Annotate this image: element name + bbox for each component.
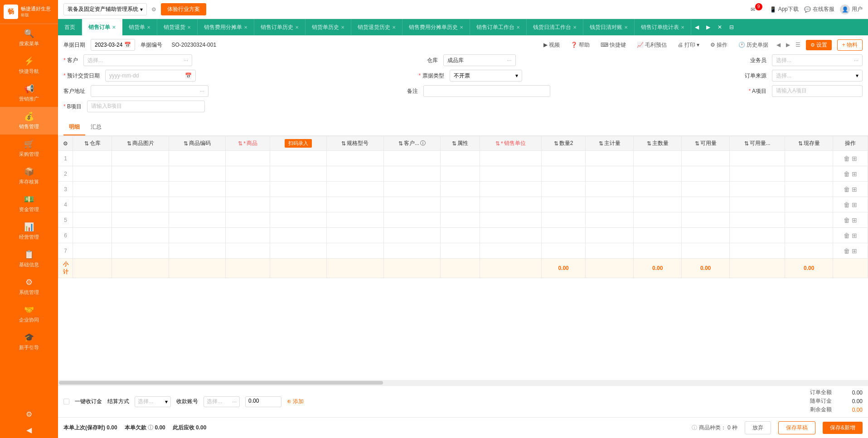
address-dots[interactable]: ··· [200, 88, 204, 94]
app-download-btn[interactable]: 📱 App下载 [770, 5, 799, 13]
tab-sales-stats[interactable]: 销售订单统计表 ✕ [635, 19, 691, 35]
delete-row-btn[interactable]: 🗑 [844, 186, 850, 193]
staff-input[interactable]: 选择... ··· [772, 54, 863, 66]
tab-close-all-btn[interactable]: ✕ [714, 19, 726, 35]
sidebar-item-finance[interactable]: 💵 资金管理 [0, 190, 58, 217]
delete-row-btn[interactable]: 🗑 [844, 201, 850, 208]
copy-row-btn[interactable]: ⊞ [852, 170, 857, 178]
profit-btn[interactable]: 📈 毛利预估 [634, 40, 669, 50]
sidebar-item-search[interactable]: 🔍 搜索菜单 [0, 24, 58, 52]
copy-row-btn[interactable]: ⊞ [852, 155, 857, 162]
sidebar-settings-btn[interactable]: ⚙ [0, 406, 58, 422]
sidebar-item-sales[interactable]: 💰 销售管理 [0, 107, 58, 135]
tab-sales-expense-close[interactable]: ✕ [244, 25, 247, 30]
delete-row-btn[interactable]: 🗑 [844, 217, 850, 224]
date-input[interactable]: 2023-03-24 📅 [91, 39, 135, 51]
tab-sales-stats-close[interactable]: ✕ [681, 25, 684, 30]
save-draft-btn[interactable]: 保存草稿 [778, 421, 815, 434]
save-new-btn[interactable]: 保存&新增 [823, 422, 863, 434]
scan-btn[interactable]: 扫码录入 [285, 139, 312, 148]
sidebar-item-inventory[interactable]: 📦 库存核算 [0, 162, 58, 190]
sidebar-item-base[interactable]: 📋 基础信息 [0, 245, 58, 273]
tab-sales-slip[interactable]: 销货单 ✕ [122, 19, 157, 35]
delete-row-btn[interactable]: 🗑 [844, 247, 850, 255]
tab-expand-btn[interactable]: ⊟ [726, 19, 737, 35]
history-btn[interactable]: 🕐 历史单据 [736, 40, 771, 50]
message-btn[interactable]: ✉ 9 [751, 6, 764, 13]
copy-row-btn[interactable]: ⊞ [852, 217, 857, 224]
staff-dots[interactable]: ··· [854, 57, 858, 63]
operation-btn[interactable]: ⚙ 操作 [708, 40, 730, 50]
sidebar-collapse-btn[interactable]: ◀ [0, 422, 58, 438]
table-scrollbar[interactable] [58, 380, 868, 385]
tab-home[interactable]: 首页 [58, 19, 82, 35]
th-gear[interactable]: ⚙ [58, 136, 73, 151]
user-btn[interactable]: 👤 用户 [840, 5, 863, 14]
tab-next-btn[interactable]: ▶ [703, 19, 714, 35]
list-view-icon[interactable]: ☰ [795, 42, 800, 48]
tab-cash-workbench[interactable]: 钱货日清工作台 ✕ [527, 19, 583, 35]
b-project-input[interactable]: 请输入B项目 [87, 101, 205, 112]
customer-dots[interactable]: ··· [184, 57, 188, 63]
tab-cash-reconcile-close[interactable]: ✕ [624, 25, 628, 30]
tab-sales-order-history[interactable]: 销售订单历史 ✕ [254, 19, 305, 35]
copy-row-btn[interactable]: ⊞ [852, 201, 857, 208]
sidebar-item-guide[interactable]: 🎓 新手引导 [0, 328, 58, 356]
solution-btn[interactable]: 体验行业方案 [161, 3, 206, 15]
tab-sales-return-history[interactable]: 销货退货历史 ✕ [351, 19, 402, 35]
sidebar-item-purchase[interactable]: 🛒 采购管理 [0, 135, 58, 162]
delete-row-btn[interactable]: 🗑 [844, 232, 850, 239]
note-input[interactable] [423, 85, 550, 97]
online-service-btn[interactable]: 💬 在线客服 [804, 5, 834, 13]
warehouse-dots[interactable]: ··· [507, 57, 512, 63]
tab-sales-expense-history[interactable]: 销售费用分摊单历史 ✕ [402, 19, 470, 35]
shortcut-btn[interactable]: ⌨ 快捷键 [598, 40, 629, 50]
tab-sales-workbench[interactable]: 销售订单工作台 ✕ [470, 19, 527, 35]
a-project-input[interactable]: 请输入A项目 [772, 85, 863, 97]
tab-sales-slip-history-close[interactable]: ✕ [341, 25, 344, 30]
topbar-settings-icon[interactable]: ⚙ [151, 6, 156, 13]
tab-sales-workbench-close[interactable]: ✕ [516, 25, 520, 30]
payment-method-select[interactable]: 选择... ▾ [135, 396, 171, 407]
deposit-checkbox[interactable] [63, 399, 69, 404]
delete-row-btn[interactable]: 🗑 [844, 170, 850, 178]
prev-page-icon[interactable]: ◀ [776, 42, 781, 48]
sidebar-item-enterprise[interactable]: 🤝 企业协同 [0, 300, 58, 328]
tab-sales-return-history-close[interactable]: ✕ [392, 25, 396, 30]
tab-summary[interactable]: 汇总 [85, 120, 107, 135]
tab-sales-expense-history-close[interactable]: ✕ [460, 25, 463, 30]
sidebar-item-marketing[interactable]: 📢 营销推广 [0, 79, 58, 107]
delivery-date-input[interactable]: yyyy-mm-dd 📅 [105, 70, 196, 82]
deposit-amount-input[interactable]: 0.00 [245, 396, 281, 407]
copy-row-btn[interactable]: ⊞ [852, 232, 857, 239]
warehouse-input[interactable]: 成品库 ··· [443, 54, 516, 66]
view-video-btn[interactable]: ▶ 视频 [541, 40, 563, 50]
add-payment-btn[interactable]: ⊕ 添加 [287, 398, 304, 405]
copy-row-btn[interactable]: ⊞ [852, 186, 857, 193]
tab-cash-reconcile[interactable]: 钱货日清对账 ✕ [583, 19, 635, 35]
sidebar-item-system[interactable]: ⚙ 系统管理 [0, 273, 58, 300]
invoice-type-select[interactable]: 不开票 ▾ [450, 70, 522, 82]
delete-row-btn[interactable]: 🗑 [844, 155, 850, 162]
address-input[interactable]: ··· [91, 85, 209, 97]
help-btn[interactable]: ❓ 帮助 [568, 40, 592, 50]
order-source-select[interactable]: 选择... ▾ [772, 70, 863, 82]
tab-sales-order[interactable]: 销售订单 ✕ [82, 19, 122, 35]
tab-sales-slip-history[interactable]: 销货单历史 ✕ [305, 19, 351, 35]
print-btn[interactable]: 🖨 打印 ▾ [675, 40, 702, 50]
tab-prev-btn[interactable]: ◀ [691, 19, 703, 35]
account-select[interactable]: 选择... ··· [204, 396, 240, 407]
discard-btn[interactable]: 放弃 [745, 421, 771, 434]
add-material-btn[interactable]: + 物料 [837, 39, 863, 51]
system-title-dropdown[interactable]: 装备及固定资产辅助管理系统 ▾ [63, 3, 147, 15]
sidebar-item-operation[interactable]: 📊 经营管理 [0, 217, 58, 245]
tab-sales-expense[interactable]: 销售费用分摊单 ✕ [198, 19, 254, 35]
tab-sales-return[interactable]: 销货退货 ✕ [157, 19, 198, 35]
next-page-icon[interactable]: ▶ [786, 42, 790, 48]
tab-sales-slip-close[interactable]: ✕ [147, 25, 150, 30]
sidebar-item-quick[interactable]: ⚡ 快捷导航 [0, 52, 58, 79]
tab-detail[interactable]: 明细 [63, 120, 85, 135]
tab-sales-order-history-close[interactable]: ✕ [295, 25, 299, 30]
tab-sales-order-close[interactable]: ✕ [112, 25, 116, 30]
copy-row-btn[interactable]: ⊞ [852, 247, 857, 255]
